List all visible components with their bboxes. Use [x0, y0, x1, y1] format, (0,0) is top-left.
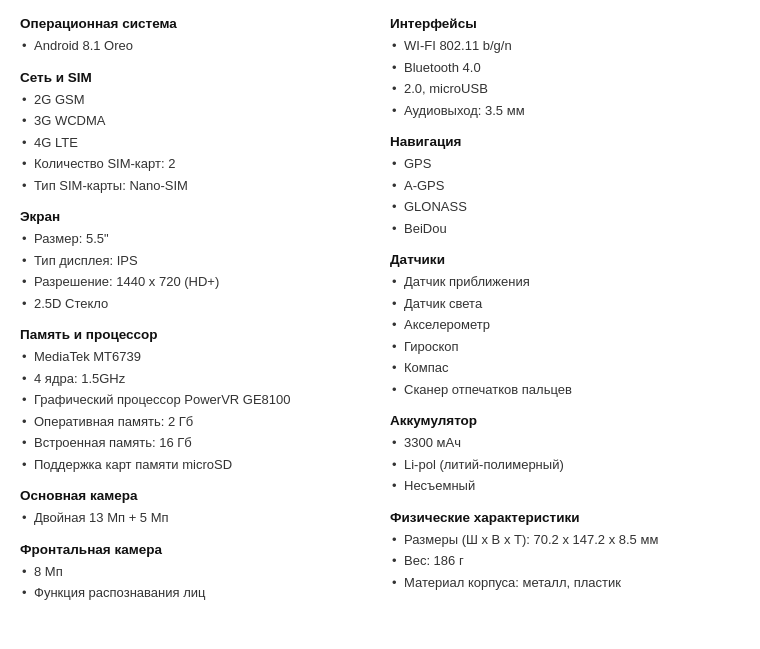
section-physical: Физические характеристикиРазмеры (Ш х В … [390, 510, 740, 593]
list-item: Вес: 186 г [390, 551, 740, 571]
list-item: Разрешение: 1440 х 720 (HD+) [20, 272, 370, 292]
list-item: 3300 мАч [390, 433, 740, 453]
section-title-os: Операционная система [20, 16, 370, 31]
list-item: 2G GSM [20, 90, 370, 110]
section-title-front-camera: Фронтальная камера [20, 542, 370, 557]
section-navigation: НавигацияGPSA-GPSGLONASSBeiDou [390, 134, 740, 238]
list-item: Графический процессор PowerVR GE8100 [20, 390, 370, 410]
section-list-battery: 3300 мАчLi-pol (литий-полимерный)Несъемн… [390, 433, 740, 496]
list-item: Размер: 5.5" [20, 229, 370, 249]
list-item: Поддержка карт памяти microSD [20, 455, 370, 475]
section-front-camera: Фронтальная камера8 МпФункция распознава… [20, 542, 370, 603]
list-item: Размеры (Ш х В х Т): 70.2 х 147.2 х 8.5 … [390, 530, 740, 550]
section-list-os: Android 8.1 Oreo [20, 36, 370, 56]
section-title-physical: Физические характеристики [390, 510, 740, 525]
list-item: Гироскоп [390, 337, 740, 357]
list-item: 2.5D Стекло [20, 294, 370, 314]
section-title-main-camera: Основная камера [20, 488, 370, 503]
section-title-interfaces: Интерфейсы [390, 16, 740, 31]
list-item: Тип SIM-карты: Nano-SIM [20, 176, 370, 196]
section-os: Операционная системаAndroid 8.1 Oreo [20, 16, 370, 56]
section-title-navigation: Навигация [390, 134, 740, 149]
left-column: Операционная системаAndroid 8.1 OreoСеть… [20, 16, 390, 617]
section-interfaces: ИнтерфейсыWI-FI 802.11 b/g/nBluetooth 4.… [390, 16, 740, 120]
section-battery: Аккумулятор3300 мАчLi-pol (литий-полимер… [390, 413, 740, 496]
list-item: Сканер отпечатков пальцев [390, 380, 740, 400]
list-item: Материал корпуса: металл, пластик [390, 573, 740, 593]
list-item: Аудиовыход: 3.5 мм [390, 101, 740, 121]
list-item: Датчик приближения [390, 272, 740, 292]
list-item: WI-FI 802.11 b/g/n [390, 36, 740, 56]
section-list-main-camera: Двойная 13 Мп + 5 Мп [20, 508, 370, 528]
section-title-battery: Аккумулятор [390, 413, 740, 428]
section-memory: Память и процессорMediaTek MT67394 ядра:… [20, 327, 370, 474]
list-item: 3G WCDMA [20, 111, 370, 131]
list-item: 8 Мп [20, 562, 370, 582]
list-item: Li-pol (литий-полимерный) [390, 455, 740, 475]
section-screen: ЭкранРазмер: 5.5"Тип дисплея: IPSРазреше… [20, 209, 370, 313]
list-item: GPS [390, 154, 740, 174]
section-network: Сеть и SIM2G GSM3G WCDMA4G LTEКоличество… [20, 70, 370, 196]
list-item: Двойная 13 Мп + 5 Мп [20, 508, 370, 528]
section-title-screen: Экран [20, 209, 370, 224]
section-list-sensors: Датчик приближенияДатчик светаАкселероме… [390, 272, 740, 399]
main-layout: Операционная системаAndroid 8.1 OreoСеть… [20, 16, 740, 617]
list-item: 2.0, microUSB [390, 79, 740, 99]
section-sensors: ДатчикиДатчик приближенияДатчик светаАкс… [390, 252, 740, 399]
list-item: Bluetooth 4.0 [390, 58, 740, 78]
list-item: BeiDou [390, 219, 740, 239]
list-item: Оперативная память: 2 Гб [20, 412, 370, 432]
section-title-network: Сеть и SIM [20, 70, 370, 85]
section-list-screen: Размер: 5.5"Тип дисплея: IPSРазрешение: … [20, 229, 370, 313]
list-item: Компас [390, 358, 740, 378]
list-item: GLONASS [390, 197, 740, 217]
right-column: ИнтерфейсыWI-FI 802.11 b/g/nBluetooth 4.… [390, 16, 740, 617]
section-list-physical: Размеры (Ш х В х Т): 70.2 х 147.2 х 8.5 … [390, 530, 740, 593]
list-item: Тип дисплея: IPS [20, 251, 370, 271]
list-item: Несъемный [390, 476, 740, 496]
section-list-navigation: GPSA-GPSGLONASSBeiDou [390, 154, 740, 238]
section-list-front-camera: 8 МпФункция распознавания лиц [20, 562, 370, 603]
list-item: Количество SIM-карт: 2 [20, 154, 370, 174]
list-item: Акселерометр [390, 315, 740, 335]
list-item: 4 ядра: 1.5GHz [20, 369, 370, 389]
section-main-camera: Основная камераДвойная 13 Мп + 5 Мп [20, 488, 370, 528]
list-item: Android 8.1 Oreo [20, 36, 370, 56]
section-list-network: 2G GSM3G WCDMA4G LTEКоличество SIM-карт:… [20, 90, 370, 196]
section-list-memory: MediaTek MT67394 ядра: 1.5GHzГрафический… [20, 347, 370, 474]
list-item: MediaTek MT6739 [20, 347, 370, 367]
list-item: Функция распознавания лиц [20, 583, 370, 603]
list-item: Датчик света [390, 294, 740, 314]
section-title-memory: Память и процессор [20, 327, 370, 342]
list-item: A-GPS [390, 176, 740, 196]
list-item: 4G LTE [20, 133, 370, 153]
list-item: Встроенная память: 16 Гб [20, 433, 370, 453]
section-title-sensors: Датчики [390, 252, 740, 267]
section-list-interfaces: WI-FI 802.11 b/g/nBluetooth 4.02.0, micr… [390, 36, 740, 120]
